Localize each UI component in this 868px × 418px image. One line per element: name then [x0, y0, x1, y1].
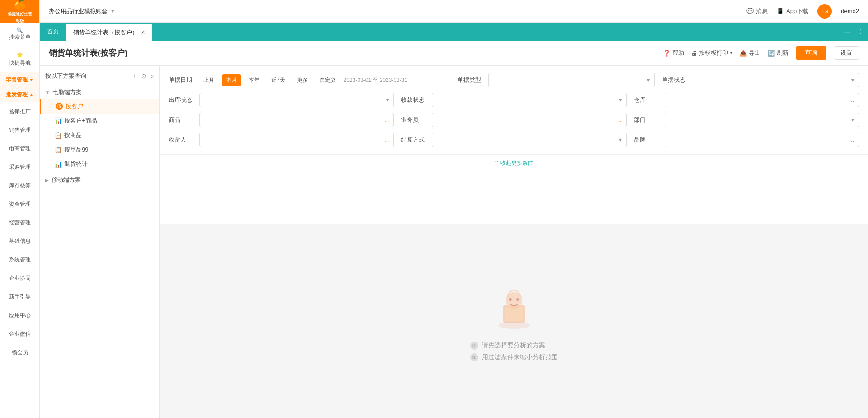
sidebar-item-operations[interactable]: 经营管理	[0, 214, 39, 232]
status-filter-input[interactable]: ▾	[693, 73, 859, 87]
sidebar-item-guide[interactable]: 新手引导	[0, 288, 39, 306]
scheme-group-mobile: ▶ 移动端方案	[40, 173, 159, 187]
type-filter-input[interactable]: ▾	[488, 73, 655, 87]
tip-num-2: ②	[470, 353, 478, 361]
filter-item-receiver: 收货人 ...	[169, 133, 394, 147]
out-status-filter-input[interactable]: ▾	[199, 93, 394, 107]
sidebar-item-finance[interactable]: 资金管理	[0, 195, 39, 214]
scheme-item-by-product-icon: 📋	[54, 132, 61, 139]
message-button[interactable]: 💬 消息	[746, 7, 768, 15]
sidebar-item-apps[interactable]: 应用中心	[0, 306, 39, 325]
help-button[interactable]: ❓ 帮助	[663, 49, 684, 57]
tab-close-icon[interactable]: ✕	[141, 29, 145, 36]
scheme-item-by-customer[interactable]: 按 按客户	[40, 99, 159, 114]
top-header: 办公用品行业模拟账套 ▾ 💬 消息 📱 App下载 Ea demo2	[40, 0, 868, 23]
staff-more-icon[interactable]: ...	[617, 117, 622, 123]
header-right: 💬 消息 📱 App下载 Ea demo2	[746, 4, 859, 19]
collapse-bar[interactable]: ⌃ 收起更多条件	[160, 155, 868, 171]
scheme-item-return-stat[interactable]: 📊 退货统计	[40, 157, 159, 171]
date-btn-custom[interactable]: 自定义	[316, 74, 340, 86]
collapse-up-icon: ⌃	[495, 160, 499, 166]
svg-point-4	[509, 298, 512, 301]
scheme-item-by-customer-label: 按客户	[66, 102, 83, 110]
department-dropdown-arrow: ▾	[851, 117, 854, 123]
sidebar-item-quick-nav[interactable]: ⭐ 快捷导航	[0, 46, 39, 72]
empty-tip-1-label: 请先选择要分析的方案	[482, 342, 545, 350]
tab-maximize-icon[interactable]: ⛶	[854, 28, 861, 35]
user-name[interactable]: demo2	[841, 8, 859, 14]
scheme-item-by-product[interactable]: 📋 按商品	[40, 128, 159, 142]
sidebar-item-wechat[interactable]: 企业微信	[0, 325, 39, 343]
scheme-item-by-customer-product[interactable]: 📊 按客户+商品	[40, 114, 159, 128]
sidebar-item-enterprise[interactable]: 企业协同	[0, 269, 39, 288]
apps-label: 应用中心	[9, 312, 31, 319]
tip-num-1: ①	[470, 342, 478, 350]
scheme-add-button[interactable]: ＋	[131, 72, 137, 80]
scheme-settings-button[interactable]: ⊙	[141, 72, 146, 80]
export-icon: 📤	[740, 50, 747, 57]
export-label: 导出	[749, 49, 760, 57]
scheme-collapse-button[interactable]: «	[150, 72, 154, 80]
template-print-button[interactable]: 🖨 按模板打印 ▾	[691, 49, 732, 57]
filter-item-payment-status: 收款状态 ▾	[401, 93, 626, 107]
scheme-item-by-product-99[interactable]: 📋 按商品99	[40, 142, 159, 157]
sidebar-item-marketing[interactable]: 营销推广	[0, 102, 39, 121]
app-download-label: App下载	[786, 7, 808, 15]
date-btn-more[interactable]: 更多	[293, 74, 312, 86]
warehouse-more-icon[interactable]: ...	[849, 97, 854, 103]
page-header: 销货单统计表(按客户) ❓ 帮助 🖨 按模板打印 ▾ 📤 导出 🔄 刷新	[40, 41, 868, 66]
sidebar-item-search[interactable]: 🔍 搜索菜单	[0, 23, 39, 46]
date-filter-options: 上月 本月 本年 近7天 更多 自定义 2023-03-01 至 2023-03…	[199, 74, 407, 86]
department-filter-input[interactable]: ▾	[665, 113, 859, 127]
app-download-button[interactable]: 📱 App下载	[777, 7, 808, 15]
filter-item-status: 单据状态 ▾	[662, 73, 859, 87]
payment-status-filter-input[interactable]: ▾	[432, 93, 626, 107]
receiver-more-icon[interactable]: ...	[384, 137, 389, 143]
scheme-group-desktop: ▼ 电脑端方案 按 按客户 📊 按客户+商品 📋 按商品	[40, 86, 159, 171]
scheme-item-by-customer-product-label: 按客户+商品	[64, 117, 97, 125]
date-btn-last-month[interactable]: 上月	[199, 74, 218, 86]
tab-home[interactable]: 首页	[40, 23, 66, 41]
refresh-button[interactable]: 🔄 刷新	[768, 49, 788, 57]
date-btn-last-7days[interactable]: 近7天	[267, 74, 289, 86]
group-desktop-label: 电脑端方案	[52, 88, 82, 96]
date-btn-this-month[interactable]: 本月	[222, 74, 241, 86]
tab-minimize-icon[interactable]: —	[844, 28, 851, 36]
scheme-group-mobile-header[interactable]: ▶ 移动端方案	[40, 173, 159, 187]
sidebar-item-member[interactable]: 畅会员	[0, 343, 39, 362]
tab-sales-stat[interactable]: 销货单统计表（按客户） ✕	[66, 24, 152, 42]
date-btn-this-year[interactable]: 本年	[245, 74, 264, 86]
sidebar-item-ecommerce[interactable]: 电商管理	[0, 139, 39, 158]
sidebar-item-inventory[interactable]: 库存核算	[0, 176, 39, 195]
product-filter-input[interactable]: ...	[199, 113, 394, 127]
scheme-header: 按以下方案查询 ＋ ⊙ «	[40, 70, 159, 84]
product-more-icon[interactable]: ...	[384, 117, 389, 123]
brand-more-icon[interactable]: ...	[849, 137, 854, 143]
sidebar-item-base[interactable]: 基础信息	[0, 232, 39, 251]
staff-filter-input[interactable]: ...	[432, 113, 626, 127]
page-content: 销货单统计表(按客户) ❓ 帮助 🖨 按模板打印 ▾ 📤 导出 🔄 刷新	[40, 41, 868, 418]
filter-item-out-status: 出库状态 ▾	[169, 93, 394, 107]
sidebar-item-system[interactable]: 系统管理	[0, 251, 39, 269]
empty-tip-2: ② 用过滤条件来缩小分析范围	[470, 353, 558, 361]
brand-filter-input[interactable]: ...	[665, 133, 859, 147]
export-button[interactable]: 📤 导出	[740, 49, 760, 57]
company-name: 办公用品行业模拟账套	[49, 7, 108, 15]
sidebar-item-purchase[interactable]: 采购管理	[0, 158, 39, 176]
scheme-item-by-product-label: 按商品	[64, 131, 82, 139]
query-button[interactable]: 查询	[796, 46, 826, 60]
quick-nav-label: 快捷导航	[9, 59, 31, 67]
settings-button[interactable]: 设置	[834, 46, 859, 60]
scheme-panel: 按以下方案查询 ＋ ⊙ « ▼ 电脑端方案 按 按客户	[40, 66, 160, 418]
wholesale-arrow: ▲	[29, 92, 34, 97]
settlement-filter-input[interactable]: ▾	[432, 133, 626, 147]
sidebar-item-sales[interactable]: 销售管理	[0, 121, 39, 139]
marketing-label: 营销推广	[9, 108, 31, 115]
warehouse-filter-input[interactable]: ...	[665, 93, 859, 107]
empty-tips: ① 请先选择要分析的方案 ② 用过滤条件来缩小分析范围	[470, 342, 558, 361]
sales-label: 销售管理	[9, 126, 31, 134]
company-dropdown-icon[interactable]: ▾	[111, 8, 114, 14]
sidebar: 🍊 畅捷通好生意 标版 🔍 搜索菜单 ⭐ 快捷导航 零售管理 ▼ 批发管理 ▲ …	[0, 0, 40, 418]
receiver-filter-input[interactable]: ...	[199, 133, 394, 147]
scheme-group-desktop-header[interactable]: ▼ 电脑端方案	[40, 86, 159, 99]
